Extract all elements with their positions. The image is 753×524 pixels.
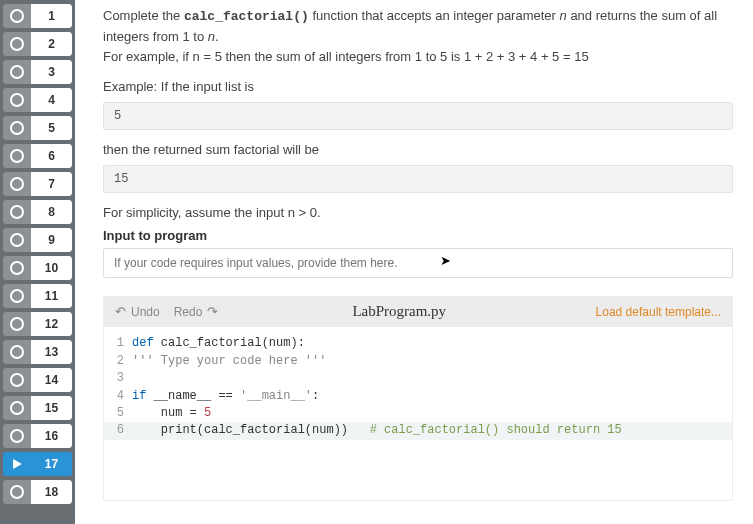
- circle-icon: [10, 9, 24, 23]
- line-content: ''' Type your code here ''': [132, 353, 732, 370]
- file-tab[interactable]: LabProgram.py: [352, 303, 446, 320]
- step-item-18[interactable]: 18: [3, 480, 72, 504]
- step-item-6[interactable]: 6: [3, 144, 72, 168]
- step-number: 5: [31, 116, 72, 140]
- input-section-label: Input to program: [103, 228, 733, 243]
- code-line: 5 num = 5: [104, 405, 732, 422]
- line-content: print(calc_factorial(num)) # calc_factor…: [132, 422, 732, 439]
- step-number: 12: [31, 312, 72, 336]
- step-item-3[interactable]: 3: [3, 60, 72, 84]
- step-item-14[interactable]: 14: [3, 368, 72, 392]
- line-content: [132, 370, 732, 387]
- prompt-text-part: Complete the: [103, 8, 184, 23]
- example-label: Example: If the input list is: [103, 79, 733, 94]
- line-number: 4: [104, 388, 132, 405]
- prompt-text-part: .: [215, 29, 219, 44]
- function-name: calc_factorial(): [184, 9, 309, 24]
- step-item-13[interactable]: 13: [3, 340, 72, 364]
- code-line: 4 if __name__ == '__main__':: [104, 388, 732, 405]
- undo-button[interactable]: ↶ Undo: [115, 304, 160, 319]
- step-number: 8: [31, 200, 72, 224]
- step-item-12[interactable]: 12: [3, 312, 72, 336]
- step-item-2[interactable]: 2: [3, 32, 72, 56]
- circle-icon: [10, 177, 24, 191]
- step-number: 4: [31, 88, 72, 112]
- code-line: 6 print(calc_factorial(num)) # calc_fact…: [104, 422, 732, 439]
- step-number: 1: [31, 4, 72, 28]
- step-item-10[interactable]: 10: [3, 256, 72, 280]
- load-default-template-link[interactable]: Load default template...: [596, 305, 721, 319]
- line-content: if __name__ == '__main__':: [132, 388, 732, 405]
- circle-icon: [10, 373, 24, 387]
- circle-icon: [10, 65, 24, 79]
- code-line: 3: [104, 370, 732, 387]
- step-number: 11: [31, 284, 72, 308]
- circle-icon: [10, 37, 24, 51]
- circle-icon: [10, 289, 24, 303]
- step-item-9[interactable]: 9: [3, 228, 72, 252]
- circle-icon: [10, 149, 24, 163]
- step-number: 14: [31, 368, 72, 392]
- step-number: 6: [31, 144, 72, 168]
- circle-icon: [10, 121, 24, 135]
- redo-icon: ↷: [207, 304, 218, 319]
- editor-toolbar: ↶ Undo Redo ↷ LabProgram.py Load default…: [103, 296, 733, 327]
- step-item-4[interactable]: 4: [3, 88, 72, 112]
- step-number: 7: [31, 172, 72, 196]
- program-input-field[interactable]: [103, 248, 733, 278]
- assume-text: For simplicity, assume the input n > 0.: [103, 205, 733, 220]
- step-item-5[interactable]: 5: [3, 116, 72, 140]
- redo-label: Redo: [174, 305, 203, 319]
- step-item-11[interactable]: 11: [3, 284, 72, 308]
- step-number: 13: [31, 340, 72, 364]
- step-number: 2: [31, 32, 72, 56]
- step-sidebar: 123456789101112131415161718: [0, 0, 75, 524]
- circle-icon: [10, 205, 24, 219]
- prompt-paragraph: Complete the calc_factorial() function t…: [103, 6, 733, 67]
- circle-icon: [10, 345, 24, 359]
- circle-icon: [10, 93, 24, 107]
- redo-button[interactable]: Redo ↷: [174, 304, 219, 319]
- circle-icon: [10, 401, 24, 415]
- circle-icon: [10, 317, 24, 331]
- line-number: 2: [104, 353, 132, 370]
- param-n: n: [560, 8, 567, 23]
- line-number: 5: [104, 405, 132, 422]
- play-icon: [13, 459, 22, 469]
- example-output-box: 15: [103, 165, 733, 193]
- code-editor: ↶ Undo Redo ↷ LabProgram.py Load default…: [103, 296, 733, 500]
- example-input-box: 5: [103, 102, 733, 130]
- line-content: def calc_factorial(num):: [132, 335, 732, 352]
- line-number: 6: [104, 422, 132, 439]
- step-item-16[interactable]: 16: [3, 424, 72, 448]
- step-item-1[interactable]: 1: [3, 4, 72, 28]
- circle-icon: [10, 261, 24, 275]
- line-number: 1: [104, 335, 132, 352]
- code-text-area[interactable]: 1 def calc_factorial(num): 2 ''' Type yo…: [103, 327, 733, 500]
- circle-icon: [10, 233, 24, 247]
- then-text: then the returned sum factorial will be: [103, 142, 733, 157]
- circle-icon: [10, 485, 24, 499]
- step-number: 3: [31, 60, 72, 84]
- undo-label: Undo: [131, 305, 160, 319]
- prompt-text-part: function that accepts an integer paramet…: [309, 8, 560, 23]
- code-line: 1 def calc_factorial(num):: [104, 335, 732, 352]
- step-number: 17: [31, 452, 72, 476]
- step-item-8[interactable]: 8: [3, 200, 72, 224]
- undo-icon: ↶: [115, 304, 126, 319]
- param-n: n: [208, 29, 215, 44]
- step-item-17[interactable]: 17: [3, 452, 72, 476]
- step-number: 9: [31, 228, 72, 252]
- circle-icon: [10, 429, 24, 443]
- main-content: Complete the calc_factorial() function t…: [75, 0, 753, 524]
- step-number: 15: [31, 396, 72, 420]
- prompt-example-line: For example, if n = 5 then the sum of al…: [103, 49, 589, 64]
- step-item-7[interactable]: 7: [3, 172, 72, 196]
- step-number: 10: [31, 256, 72, 280]
- step-number: 16: [31, 424, 72, 448]
- line-content: num = 5: [132, 405, 732, 422]
- step-number: 18: [31, 480, 72, 504]
- line-number: 3: [104, 370, 132, 387]
- code-line: 2 ''' Type your code here ''': [104, 353, 732, 370]
- step-item-15[interactable]: 15: [3, 396, 72, 420]
